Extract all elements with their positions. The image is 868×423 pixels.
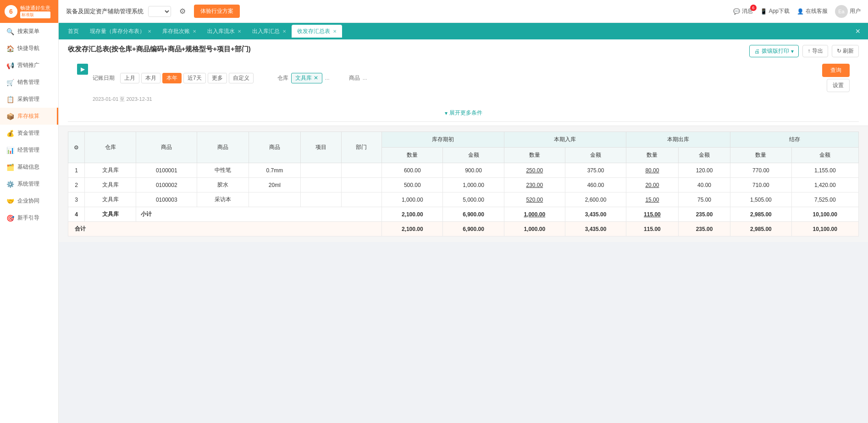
- row-out-amt: 40.00: [678, 178, 730, 192]
- date-year-btn[interactable]: 本年: [162, 73, 182, 83]
- row-department: [341, 178, 382, 192]
- online-service-item[interactable]: 👤 在线客服: [797, 7, 828, 15]
- purchase-icon: 📋: [6, 96, 14, 103]
- tab-inventory-dist[interactable]: 现存量（库存分布表） ✕: [84, 25, 157, 38]
- sidebar-item-quick-nav[interactable]: 🏠 快捷导航: [0, 40, 58, 57]
- column-settings-icon[interactable]: ⚙: [74, 144, 79, 151]
- tab-inventory-dist-close[interactable]: ✕: [148, 29, 151, 34]
- subtotal-out-qty: 115.00: [626, 207, 679, 222]
- row-out-qty[interactable]: 20.00: [626, 178, 679, 192]
- date-week-btn[interactable]: 近7天: [183, 73, 206, 83]
- filter-settings-button[interactable]: 设置: [827, 79, 850, 92]
- operations-icon: 📊: [6, 147, 14, 154]
- goods-label: 商品: [349, 74, 360, 82]
- warehouse-tag-close[interactable]: ✕: [314, 75, 318, 81]
- warehouse-more-dots[interactable]: ...: [325, 75, 330, 81]
- app-download-item[interactable]: 📱 App下载: [760, 7, 790, 15]
- tab-stock-summary[interactable]: 收发存汇总表 ✕: [292, 25, 342, 38]
- col-opening-header: 库存期初: [382, 132, 504, 148]
- sidebar-label-finance: 资金管理: [17, 129, 39, 137]
- tab-batch-ledger[interactable]: 库存批次账 ✕: [157, 25, 202, 38]
- sidebar-item-system[interactable]: ⚙️ 系统管理: [0, 176, 58, 192]
- tab-bar: 首页 现存量（库存分布表） ✕ 库存批次账 ✕ 出入库流水 ✕ 出入库汇总 ✕ …: [59, 23, 868, 39]
- sidebar-item-inventory[interactable]: 📦 库存核算: [0, 108, 58, 125]
- tab-in-out-summary-close[interactable]: ✕: [282, 29, 286, 34]
- tab-in-out-flow[interactable]: 出入库流水 ✕: [202, 25, 247, 38]
- sidebar-item-guide[interactable]: 🎯 新手引导: [0, 209, 58, 226]
- row-project: [301, 178, 342, 192]
- row-project: [301, 163, 342, 178]
- row-goods-spec: [249, 192, 301, 207]
- service-icon: 👤: [797, 8, 804, 15]
- row-out-qty[interactable]: 80.00: [626, 163, 679, 178]
- try-industry-button[interactable]: 体验行业方案: [194, 5, 240, 18]
- date-curr-btn[interactable]: 本月: [141, 73, 160, 83]
- subtotal-out-amt: 235.00: [678, 207, 730, 222]
- filter-toggle-button[interactable]: ▶: [77, 64, 88, 75]
- guide-icon: 🎯: [6, 214, 14, 222]
- sidebar-item-operations[interactable]: 📊 经营管理: [0, 142, 58, 159]
- col-in-qty-header: 数量: [504, 148, 565, 163]
- tab-in-out-summary[interactable]: 出入库汇总 ✕: [247, 25, 292, 38]
- refresh-button[interactable]: ↻ 刷新: [832, 45, 859, 57]
- tab-home[interactable]: 首页: [62, 25, 84, 38]
- sidebar-label-system: 系统管理: [17, 180, 39, 188]
- sidebar-item-finance[interactable]: 💰 资金管理: [0, 125, 58, 142]
- sidebar-label-operations: 经营管理: [17, 146, 39, 154]
- sidebar-item-search[interactable]: 🔍 搜索菜单: [0, 23, 58, 40]
- date-custom-btn[interactable]: 自定义: [229, 73, 254, 83]
- date-prev-btn[interactable]: 上月: [120, 73, 139, 83]
- tab-batch-ledger-close[interactable]: ✕: [193, 29, 196, 34]
- row-in-qty[interactable]: 230.00: [504, 178, 565, 192]
- sidebar-label-enterprise: 企业协同: [17, 197, 39, 205]
- avatar: Ea: [835, 5, 848, 18]
- col-goods-spec-header: 商品: [249, 132, 301, 163]
- warehouse-tag: 文具库 ✕: [291, 73, 322, 83]
- print-label: 拨镶版打印: [762, 47, 789, 55]
- date-more-btn[interactable]: 更多: [208, 73, 227, 83]
- col-in-header: 本期入库: [504, 132, 626, 148]
- export-button[interactable]: ↑ 导出: [802, 45, 828, 57]
- message-icon: 💬: [733, 8, 740, 15]
- tab-bar-close-button[interactable]: ✕: [851, 26, 864, 37]
- sidebar: 6 畅捷通好生意 标准版 🔍 搜索菜单 🏠 快捷导航 📢 营销推广 🛒 销售管理…: [0, 0, 59, 423]
- message-item[interactable]: 💬 消息 6: [733, 7, 753, 15]
- topbar-settings-button[interactable]: ⚙: [176, 5, 189, 18]
- tab-in-out-flow-close[interactable]: ✕: [238, 29, 241, 34]
- col-opening-qty-header: 数量: [382, 148, 443, 163]
- row-balance-qty: 710.00: [730, 178, 791, 192]
- user-item[interactable]: Ea 用户: [835, 5, 861, 18]
- total-balance-qty: 2,985.00: [730, 222, 791, 236]
- goods-more-dots[interactable]: ...: [363, 75, 367, 81]
- warehouse-tag-name: 文具库: [295, 74, 312, 82]
- sidebar-item-sales[interactable]: 🛒 销售管理: [0, 74, 58, 91]
- home-icon: 🏠: [6, 45, 14, 52]
- print-button[interactable]: 🖨 拨镶版打印 ▾: [749, 45, 799, 57]
- table-container: ⚙ 仓库 商品 商品 商品 项目 部门 库存期初 本期入库 本期出库 结存 数量…: [59, 126, 868, 242]
- row-opening-amt: 1,000.00: [443, 178, 504, 192]
- inventory-icon: 📦: [6, 113, 14, 120]
- row-in-amt: 460.00: [565, 178, 626, 192]
- subtotal-row: 4 文具库 小计 2,100.00 6,900.00 1,000.00 3,43…: [68, 207, 859, 222]
- total-out-qty: 115.00: [626, 222, 679, 236]
- expand-more-btn[interactable]: ▾ 展开更多条件: [445, 109, 482, 117]
- query-button[interactable]: 查询: [822, 64, 850, 77]
- marketing-icon: 📢: [6, 62, 14, 69]
- system-name: 装备及固定资产辅助管理系统: [66, 7, 144, 16]
- sidebar-item-basic-info[interactable]: 🗂️ 基础信息: [0, 159, 58, 176]
- total-opening-qty: 2,100.00: [382, 222, 443, 236]
- total-balance-amt: 10,100.00: [791, 222, 858, 236]
- sidebar-item-marketing[interactable]: 📢 营销推广: [0, 57, 58, 74]
- tab-stock-summary-close[interactable]: ✕: [333, 29, 337, 34]
- row-in-qty[interactable]: 250.00: [504, 163, 565, 178]
- system-dropdown[interactable]: [148, 6, 171, 17]
- col-goods-code-header: 商品: [136, 132, 197, 163]
- sidebar-item-purchase[interactable]: 📋 采购管理: [0, 91, 58, 108]
- row-out-qty[interactable]: 15.00: [626, 192, 679, 207]
- row-department: [341, 192, 382, 207]
- row-in-qty[interactable]: 520.00: [504, 192, 565, 207]
- col-out-header: 本期出库: [626, 132, 730, 148]
- sidebar-item-enterprise[interactable]: 🤝 企业协同: [0, 192, 58, 209]
- date-label: 记账日期: [93, 74, 115, 82]
- table-row: 1 文具库 0100001 中性笔 0.7mm 600.00 900.00 25…: [68, 163, 859, 178]
